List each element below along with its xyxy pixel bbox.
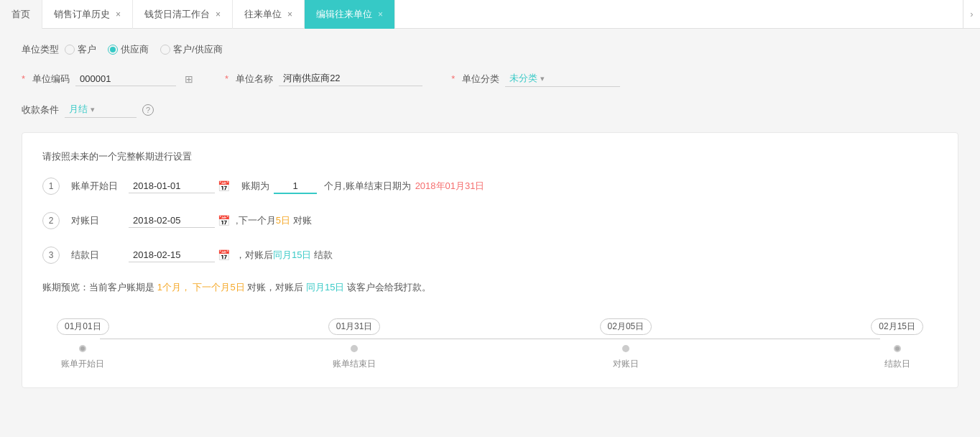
radio-both-circle [160, 45, 170, 55]
unit-category-value: 未分类 [509, 72, 537, 85]
unit-type-field: 单位类型 客户 供应商 客户/供应商 [22, 43, 223, 56]
step-row-3: 3 结款日 📅 ，对账后 同月15日 结款 [42, 247, 938, 264]
main-content: 单位类型 客户 供应商 客户/供应商 * 单位编码 [0, 29, 980, 437]
unit-code-label: 单位编码 [32, 73, 70, 86]
tab-edit-partner-close[interactable]: × [378, 9, 383, 19]
tab-partner-units-label: 往来单位 [244, 8, 282, 21]
cal-icon-3[interactable]: 📅 [218, 249, 230, 261]
unit-name-input[interactable] [279, 72, 422, 86]
timeline-dot-2 [622, 345, 629, 352]
unit-category-label: 单位分类 [462, 73, 499, 86]
step-date-input-3[interactable] [129, 248, 215, 262]
tab-sales-order-history-label: 销售订单历史 [54, 8, 110, 21]
timeline-node-1: 01月31日 账单结束日 [328, 318, 381, 370]
step-suffix3-2: 结款 [314, 249, 333, 262]
step-suffix-1: 账期为 [241, 180, 269, 193]
preview-3: 对账，对账后 [247, 282, 303, 293]
tab-edit-partner[interactable]: 编辑往来单位 × [305, 0, 395, 29]
timeline-nodes: 01月01日 账单开始日 01月31日 账单结束日 02月05日 对账日 [57, 318, 923, 370]
step-num-2: 2 [42, 212, 60, 229]
timeline-label-3: 结款日 [884, 358, 910, 370]
timeline-badge-2: 02月05日 [600, 318, 652, 335]
tab-home-label: 首页 [11, 8, 30, 21]
tab-cash-ledger-label: 钱货日清工作台 [144, 8, 210, 21]
tab-home[interactable]: 首页 [0, 0, 42, 29]
timeline-dot-1 [351, 345, 358, 352]
timeline-node-2: 02月05日 对账日 [600, 318, 652, 370]
timeline-node-0: 01月01日 账单开始日 [57, 318, 109, 370]
step-suffix3-1: ，对账后 [236, 249, 273, 262]
step-date-input-2[interactable] [129, 213, 215, 228]
unit-type-label: 单位类型 [22, 43, 59, 56]
tabs-scroll-arrow[interactable]: › [963, 0, 980, 29]
radio-supplier-circle [108, 45, 118, 55]
unit-type-row: 单位类型 客户 供应商 客户/供应商 [22, 43, 958, 56]
unit-code-field: * 单位编码 ⊞ [22, 72, 196, 86]
payment-terms-label: 收款条件 [22, 104, 59, 116]
step-period-input[interactable] [274, 179, 317, 194]
timeline: 01月01日 账单开始日 01月31日 账单结束日 02月05日 对账日 [42, 311, 938, 370]
timeline-badge-1: 01月31日 [328, 318, 381, 335]
step-period-unit: 个月,账单结束日期为 [324, 180, 411, 193]
unit-name-label: 单位名称 [236, 73, 273, 86]
tab-partner-units[interactable]: 往来单位 × [233, 0, 305, 29]
payment-terms-select[interactable]: 月结 ▾ [65, 101, 137, 118]
preview-label: 账期预览：当前客户账期是 [42, 282, 154, 293]
step-suffix3-highlight: 同月15日 [273, 249, 311, 262]
step-suffix2-highlight: 5日 [276, 214, 290, 227]
step-row-2: 2 对账日 📅 ,下一个月 5日 对账 [42, 212, 938, 229]
step-num-1: 1 [42, 178, 60, 195]
unit-category-field: * 单位分类 未分类 ▾ [451, 70, 620, 87]
unit-category-star: * [451, 73, 455, 84]
timeline-label-2: 对账日 [613, 358, 639, 370]
radio-both-label: 客户/供应商 [173, 43, 223, 56]
tab-sales-order-history-close[interactable]: × [116, 9, 121, 19]
tab-edit-partner-label: 编辑往来单位 [316, 8, 372, 21]
radio-customer-circle [65, 45, 75, 55]
radio-supplier[interactable]: 供应商 [108, 43, 149, 56]
step-suffix2-1: ,下一个月 [236, 214, 276, 227]
tabs-bar: 首页 销售订单历史 × 钱货日清工作台 × 往来单位 × 编辑往来单位 × › [0, 0, 980, 29]
cal-icon-1[interactable]: 📅 [218, 180, 230, 192]
unit-category-arrow: ▾ [540, 74, 545, 83]
step-row-1: 1 账单开始日 📅 账期为 个月,账单结束日期为 2018年01月31日 [42, 178, 938, 195]
preview-text: 账期预览：当前客户账期是 1个月， 下一个月5日 对账，对账后 同月15日 该客… [42, 281, 938, 294]
radio-supplier-label: 供应商 [121, 43, 149, 56]
preview-1: 1个月， [157, 282, 190, 293]
timeline-badge-3: 02月15日 [871, 318, 923, 335]
step-label-1: 账单开始日 [71, 180, 129, 193]
preview-2: 下一个月5日 [193, 282, 244, 293]
cal-icon-2[interactable]: 📅 [218, 215, 230, 226]
unit-category-select[interactable]: 未分类 ▾ [505, 70, 620, 87]
panel-hint: 请按照未来的一个完整帐期进行设置 [42, 150, 938, 163]
unit-info-row: * 单位编码 ⊞ * 单位名称 * 单位分类 未分类 ▾ [22, 70, 958, 87]
radio-customer-label: 客户 [78, 43, 96, 56]
payment-terms-row: 收款条件 月结 ▾ ? [22, 101, 958, 118]
step-label-3: 结款日 [71, 249, 129, 262]
radio-customer[interactable]: 客户 [65, 43, 96, 56]
unit-code-input[interactable] [75, 72, 176, 86]
tab-sales-order-history[interactable]: 销售订单历史 × [42, 0, 133, 29]
unit-code-copy-icon[interactable]: ⊞ [182, 72, 196, 86]
timeline-label-0: 账单开始日 [61, 358, 104, 370]
arrow-icon: › [970, 9, 973, 19]
step-period-end: 2018年01月31日 [415, 180, 485, 193]
billing-panel: 请按照未来的一个完整帐期进行设置 1 账单开始日 📅 账期为 个月,账单结束日期… [22, 132, 958, 388]
payment-terms-help-icon[interactable]: ? [142, 104, 154, 116]
payment-terms-arrow: ▾ [91, 105, 95, 114]
unit-name-star: * [225, 73, 228, 84]
step-date-input-1[interactable] [129, 179, 215, 193]
tab-cash-ledger[interactable]: 钱货日清工作台 × [133, 0, 233, 29]
preview-4: 同月15日 [306, 282, 344, 293]
step-suffix2-2: 对账 [293, 214, 312, 227]
preview-5: 该客户会给我打款。 [347, 282, 431, 293]
timeline-dot-0 [79, 345, 86, 352]
timeline-label-1: 账单结束日 [333, 358, 376, 370]
timeline-node-3: 02月15日 结款日 [871, 318, 923, 370]
tab-cash-ledger-close[interactable]: × [216, 9, 221, 19]
radio-both[interactable]: 客户/供应商 [160, 43, 223, 56]
timeline-badge-0: 01月01日 [57, 318, 109, 335]
unit-code-star: * [22, 73, 25, 84]
tab-partner-units-close[interactable]: × [287, 9, 292, 19]
unit-name-field: * 单位名称 [225, 72, 422, 86]
